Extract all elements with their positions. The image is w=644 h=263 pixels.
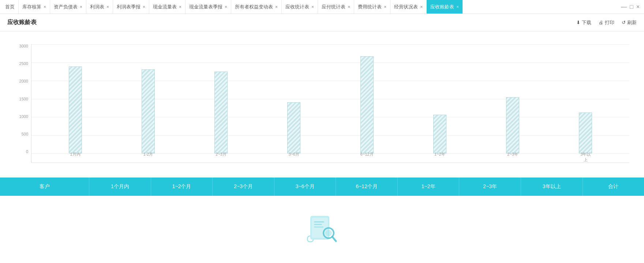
x-label-1: 1-2月 [142, 152, 155, 163]
y-label-1500: 1500 [15, 97, 28, 101]
close-payable-stat-tab[interactable]: × [348, 4, 350, 9]
tab-aging[interactable]: 应收账龄表 × [427, 0, 463, 14]
bar-7 [579, 113, 592, 153]
bar-group-2 [214, 72, 228, 153]
tab-expense-stat[interactable]: 费用统计表 × [354, 0, 390, 14]
x-label-5: 1~2年 [433, 152, 446, 163]
th-col-7: 2~3年 [459, 178, 521, 196]
bar-group-4 [360, 56, 374, 153]
y-label-2500: 2500 [15, 62, 28, 66]
svg-rect-3 [314, 224, 322, 225]
header-actions: ⬇ 下载 🖨 打印 ↺ 刷新 [576, 19, 637, 26]
empty-icon [304, 210, 340, 247]
x-label-6: 2~3年 [506, 152, 519, 163]
page-title: 应收账龄表 [7, 19, 37, 26]
bar-1 [142, 69, 155, 153]
page-header: 应收账龄表 ⬇ 下载 🖨 打印 ↺ 刷新 [0, 14, 644, 31]
maximize-button[interactable]: □ [630, 4, 633, 10]
close-profit-tab[interactable]: × [106, 4, 109, 9]
refresh-icon: ↺ [622, 20, 626, 25]
bar-2 [214, 72, 228, 153]
svg-rect-2 [314, 221, 324, 222]
svg-rect-4 [314, 226, 323, 228]
bar-group-3 [287, 102, 300, 153]
bar-group-5 [433, 115, 446, 153]
close-equity-tab[interactable]: × [275, 4, 278, 9]
download-button[interactable]: ⬇ 下载 [576, 19, 591, 26]
chart-plot: 1月内1-2月2~3月3~6月6~12月1~2年2~3年3年以上 [31, 44, 629, 163]
bar-5 [433, 115, 446, 153]
tab-cashflow[interactable]: 现金流量表 × [149, 0, 186, 14]
y-label-3000: 3000 [15, 44, 28, 48]
svg-point-6 [325, 230, 332, 236]
bar-4 [360, 56, 374, 153]
main-content: 0 500 1000 1500 2000 2500 3000 [0, 31, 644, 263]
th-col-1: 1个月内 [89, 178, 151, 196]
x-label-4: 6~12月 [360, 152, 374, 163]
th-col-0: 客户 [0, 178, 89, 196]
bar-group-1 [142, 69, 155, 153]
close-profit-quarterly-tab[interactable]: × [143, 4, 145, 9]
close-inventory-tab[interactable]: × [44, 4, 46, 9]
close-receivable-stat-tab[interactable]: × [311, 4, 314, 9]
y-label-1000: 1000 [15, 115, 28, 119]
tab-balance-sheet[interactable]: 资产负债表 × [50, 0, 86, 14]
empty-document-icon [304, 210, 340, 247]
bar-6 [506, 97, 519, 153]
chart-area: 0 500 1000 1500 2000 2500 3000 [0, 31, 644, 178]
th-col-9: 合计 [583, 178, 644, 196]
tab-home[interactable]: 首页 [1, 0, 19, 14]
close-expense-stat-tab[interactable]: × [384, 4, 386, 9]
tab-bar-actions: — □ × [618, 4, 643, 10]
bar-group-6 [506, 97, 519, 153]
bar-3 [287, 102, 300, 153]
th-col-8: 3年以上 [521, 178, 583, 196]
th-col-2: 1~2个月 [151, 178, 213, 196]
close-cashflow-tab[interactable]: × [179, 4, 181, 9]
y-label-0: 0 [15, 150, 28, 154]
th-col-4: 3~6个月 [274, 178, 336, 196]
empty-state [0, 196, 644, 262]
th-col-3: 2~3个月 [213, 178, 274, 196]
th-col-6: 1~2年 [398, 178, 460, 196]
tab-operation[interactable]: 经营状况表 × [390, 0, 427, 14]
bar-group-0 [69, 66, 82, 153]
y-axis: 0 500 1000 1500 2000 2500 3000 [15, 44, 31, 154]
print-icon: 🖨 [599, 20, 603, 25]
tab-bar: 首页 库存核算 × 资产负债表 × 利润表 × 利润表季报 × 现金流量表 × … [0, 0, 644, 14]
close-aging-tab[interactable]: × [456, 4, 459, 9]
x-label-2: 2~3月 [214, 152, 228, 163]
table-header: 客户1个月内1~2个月2~3个月3~6个月6~12个月1~2年2~3年3年以上合… [0, 178, 644, 196]
x-label-7: 3年以上 [579, 152, 592, 163]
tab-equity[interactable]: 所有者权益变动表 × [231, 0, 282, 14]
tab-profit[interactable]: 利润表 × [86, 0, 113, 14]
bar-0 [69, 66, 82, 153]
tab-inventory[interactable]: 库存核算 × [19, 0, 50, 14]
close-balance-sheet-tab[interactable]: × [80, 4, 82, 9]
th-col-5: 6~12个月 [336, 178, 398, 196]
refresh-button[interactable]: ↺ 刷新 [622, 19, 637, 26]
minimize-button[interactable]: — [621, 4, 627, 10]
chart-container: 0 500 1000 1500 2000 2500 3000 [15, 39, 629, 163]
bars-row [31, 44, 629, 153]
y-label-2000: 2000 [15, 79, 28, 83]
tab-cashflow-quarterly[interactable]: 现金流量表季报 × [186, 0, 231, 14]
close-window-button[interactable]: × [636, 4, 640, 10]
close-cashflow-quarterly-tab[interactable]: × [225, 4, 227, 9]
x-label-0: 1月内 [69, 152, 82, 163]
print-button[interactable]: 🖨 打印 [599, 19, 614, 26]
tab-payable-stat[interactable]: 应付统计表 × [318, 0, 354, 14]
x-label-3: 3~6月 [287, 152, 300, 163]
tab-profit-quarterly[interactable]: 利润表季报 × [113, 0, 149, 14]
y-label-500: 500 [15, 132, 28, 136]
svg-rect-1 [312, 218, 328, 238]
download-icon: ⬇ [576, 20, 580, 25]
svg-line-7 [332, 237, 336, 241]
x-labels: 1月内1-2月2~3月3~6月6~12月1~2年2~3年3年以上 [31, 152, 629, 163]
tab-receivable-stat[interactable]: 应收统计表 × [282, 0, 318, 14]
close-operation-tab[interactable]: × [420, 4, 423, 9]
bar-group-7 [579, 113, 592, 153]
